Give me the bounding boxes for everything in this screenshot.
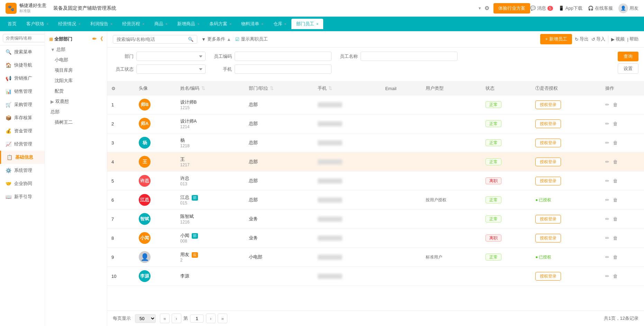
sidebar-item-sales[interactable]: 📊 销售管理 [0, 85, 45, 98]
dept-item-shenyang[interactable]: 沈阳大库 [45, 76, 107, 86]
edit-icon[interactable]: ✏ [605, 273, 609, 279]
tab-customer[interactable]: 客户联络 × [21, 19, 53, 29]
auth-login-btn[interactable]: 授权登录 [535, 120, 561, 128]
delete-icon[interactable]: 🗑 [613, 254, 618, 260]
search-input[interactable] [117, 37, 186, 42]
sidebar-item-nav[interactable]: 🏠 快捷导航 [0, 59, 45, 72]
sidebar-item-system[interactable]: ⚙️ 系统管理 [0, 164, 45, 177]
close-icon[interactable]: × [316, 22, 318, 26]
trial-btn[interactable]: 体验行业方案 [493, 3, 530, 14]
close-icon[interactable]: × [78, 22, 80, 26]
auth-login-btn[interactable]: 授权登录 [535, 139, 561, 147]
phone-input[interactable] [235, 64, 332, 74]
tab-barcode[interactable]: 条码方案 × [205, 19, 236, 29]
edit-icon[interactable]: ✏ [605, 140, 609, 146]
prev-page-btn[interactable]: ‹ [172, 314, 181, 323]
message-btn[interactable]: 💬 消息 5 [530, 5, 553, 11]
edit-icon[interactable]: ✏ [605, 216, 609, 222]
close-icon[interactable]: × [229, 22, 232, 26]
delete-icon[interactable]: 🗑 [613, 216, 618, 222]
auth-login-btn[interactable]: 授权登录 [535, 158, 561, 166]
tab-home[interactable]: 首页 [3, 19, 21, 29]
dept-collapse-icon[interactable]: 《 [98, 36, 103, 42]
delete-icon[interactable]: 🗑 [613, 235, 618, 241]
tab-warehouse[interactable]: 仓库 × [269, 19, 291, 29]
dept-select[interactable] [136, 52, 206, 61]
add-employee-btn[interactable]: + 新增员工 [540, 34, 572, 44]
sidebar-item-collab[interactable]: 🤝 企业协同 [0, 177, 45, 190]
col-name[interactable]: 姓名/编码 ⇅ [176, 82, 245, 95]
close-icon[interactable]: × [261, 22, 263, 26]
page-input[interactable] [190, 315, 204, 323]
tab-goods[interactable]: 商品 × [149, 19, 172, 29]
auth-login-btn[interactable]: 授权登录 [535, 272, 561, 281]
col-settings[interactable]: ⚙ [107, 82, 135, 95]
filter-more-btn[interactable]: ▼ 更多条件 ▲ [201, 36, 231, 42]
tab-operation[interactable]: 经营情况 × [53, 19, 85, 29]
sidebar-item-guide[interactable]: 📖 新手引导 [0, 190, 45, 203]
sidebar-item-purchase[interactable]: 🛒 采购管理 [0, 98, 45, 111]
edit-icon[interactable]: ✏ [605, 159, 609, 165]
edit-icon[interactable]: ✏ [605, 235, 609, 241]
auth-login-btn[interactable]: 授权登录 [535, 100, 561, 109]
dept-add-icon[interactable]: ✏ [92, 36, 97, 42]
sidebar-search-input[interactable] [3, 34, 45, 42]
reset-btn[interactable]: 设置 [618, 63, 638, 74]
edit-icon[interactable]: ✏ [605, 121, 609, 126]
delete-icon[interactable]: 🗑 [613, 159, 618, 165]
close-icon[interactable]: × [165, 22, 167, 26]
close-icon[interactable]: × [46, 22, 48, 26]
sidebar-item-business[interactable]: 📈 经营管理 [0, 138, 45, 151]
dept-item-headquarters[interactable]: 总部 [45, 107, 107, 117]
dept-item-projroom[interactable]: 项目库房 [45, 65, 107, 76]
app-download-btn[interactable]: 📱 App下载 [559, 5, 582, 11]
delete-icon[interactable]: 🗑 [613, 121, 618, 126]
delete-icon[interactable]: 🗑 [613, 102, 618, 107]
next-page-btn[interactable]: › [206, 314, 216, 323]
last-page-btn[interactable]: » [218, 314, 227, 323]
help-btn[interactable]: | 帮助 [627, 36, 638, 42]
video-btn[interactable]: ▶ 视频 [611, 36, 625, 42]
dept-item-xdept[interactable]: 小电部 [45, 55, 107, 65]
settings-icon[interactable]: ⚙ [484, 5, 489, 11]
dept-item-chashuwang[interactable]: 插树王二 [45, 117, 107, 127]
edit-icon[interactable]: ✏ [605, 102, 609, 107]
auth-login-btn[interactable]: 授权登录 [535, 215, 561, 223]
sidebar-item-inventory[interactable]: 📦 库存核算 [0, 111, 45, 124]
auth-login-btn[interactable]: 授权登录 [535, 234, 561, 243]
dept-item-headquarters-root[interactable]: ▼总部 [45, 44, 107, 55]
sidebar-item-finance[interactable]: 💰 资金管理 [0, 124, 45, 138]
delete-icon[interactable]: 🗑 [613, 178, 618, 184]
online-service-btn[interactable]: 🎧 在线客服 [588, 5, 613, 11]
emp-status-select[interactable] [136, 64, 206, 74]
tab-history[interactable]: 经营历程 × [117, 19, 149, 29]
close-icon[interactable]: × [197, 22, 199, 26]
col-phone[interactable]: 手机 ⇅ [314, 82, 381, 95]
edit-icon[interactable]: ✏ [605, 197, 609, 203]
edit-icon[interactable]: ✏ [605, 178, 609, 184]
import-btn[interactable]: ↺ 导入 [591, 36, 605, 42]
emp-name-input[interactable] [361, 52, 457, 61]
dept-item-shuanglu[interactable]: ▶双鹿想 [45, 96, 107, 107]
close-icon[interactable]: × [110, 22, 112, 26]
tab-profit[interactable]: 利润报告 × [85, 19, 117, 29]
sidebar-item-search[interactable]: 🔍 搜索菜单 [0, 45, 45, 59]
tab-add-goods[interactable]: 新增商品 × [172, 19, 204, 29]
auth-login-btn[interactable]: 授权登录 [535, 177, 561, 185]
show-resigned-toggle[interactable]: ☑ 显示离职员工 [235, 36, 268, 42]
search-btn[interactable]: 查询 [618, 52, 638, 61]
delete-icon[interactable]: 🗑 [613, 197, 618, 203]
first-page-btn[interactable]: « [160, 314, 170, 323]
delete-icon[interactable]: 🗑 [613, 273, 618, 279]
sidebar-item-marketing[interactable]: 📢 营销推广 [0, 72, 45, 85]
sidebar-item-basic[interactable]: 📋 基础信息 [0, 151, 45, 164]
delete-icon[interactable]: 🗑 [613, 140, 618, 146]
export-btn[interactable]: ↻ 导出 [575, 36, 589, 42]
close-icon[interactable]: × [142, 22, 144, 26]
edit-icon[interactable]: ✏ [605, 254, 609, 260]
dept-item-distribution[interactable]: 配货 [45, 86, 107, 96]
col-dept[interactable]: 部门/职位 ⇅ [245, 82, 313, 95]
close-icon[interactable]: × [284, 22, 287, 26]
tab-employee[interactable]: 部门员工 × [291, 19, 323, 29]
emp-code-input[interactable] [235, 52, 332, 61]
